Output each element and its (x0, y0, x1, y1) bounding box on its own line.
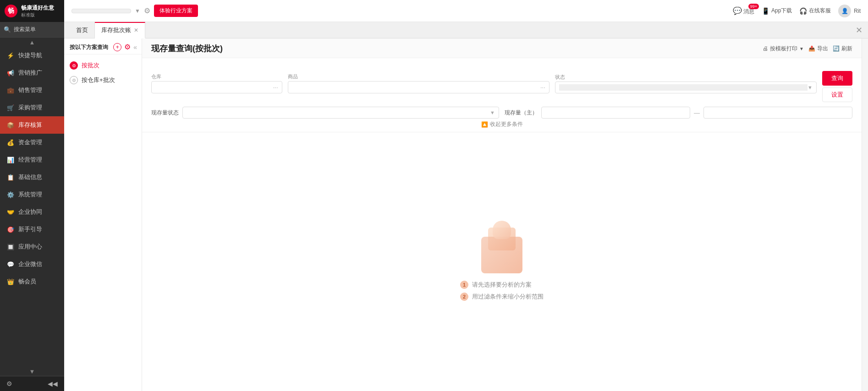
online-service-label: 在线客服 (809, 7, 831, 15)
sidebar-nav: ⚡ 快捷导航 📢 营销推广 💼 销售管理 🛒 采购管理 📦 库存核算 💰 资金管… (0, 47, 64, 367)
sales-icon: 💼 (6, 86, 15, 94)
goods-input[interactable] (292, 84, 540, 91)
app-subtitle: 标准版 (21, 12, 54, 18)
sidebar-item-enterprise[interactable]: 🤝 企业协同 (0, 203, 64, 221)
tabbar: 首页 库存批次账 ✕ ✕ (64, 22, 868, 38)
warehouse-dots[interactable]: ··· (273, 84, 278, 91)
basic-icon: 📋 (6, 173, 15, 181)
print-label: 按模板打印 (770, 45, 797, 53)
app-download-btn[interactable]: 📱 App下载 (762, 7, 792, 15)
topbar-settings-btn[interactable]: ⚙ (144, 6, 150, 15)
page-title-bar: 现存量查询(按批次) 🖨 按模板打印 ▼ 📤 导出 🔄 刷新 (142, 38, 862, 58)
query-btn[interactable]: 查询 (822, 71, 852, 86)
sidebar-item-quick-nav[interactable]: ⚡ 快捷导航 (0, 47, 64, 64)
settings-btn[interactable]: 设置 (822, 87, 852, 102)
stock-qty-from-input[interactable] (545, 109, 686, 116)
empty-hint-1: 1 请先选择要分析的方案 (460, 281, 544, 289)
sidebar-item-basic[interactable]: 📋 基础信息 (0, 168, 64, 186)
stock-qty-to-input[interactable] (708, 109, 848, 116)
left-panel: 按以下方案查询 + ⚙ « ⚙ 按批次 ⚙ 按仓库+批次 (64, 38, 142, 391)
enterprise-icon: 🤝 (6, 208, 15, 216)
newbie-icon: 🎯 (6, 225, 15, 234)
empty-figure (493, 221, 511, 239)
topbar-dropdown-btn[interactable]: ▼ (135, 8, 140, 14)
scroll-up-btn[interactable]: ▲ (0, 38, 64, 47)
status-select[interactable]: 全部在库冻结 (559, 84, 808, 91)
warehouse-input[interactable] (155, 84, 273, 91)
topbar: ▼ ⚙ 体验行业方案 💬 99+ 消息 📱 App下载 🎧 在线客服 👤 (64, 0, 868, 22)
export-label: 导出 (817, 45, 828, 53)
filter-row-1: 仓库···商品···状态全部在库冻结▼查询设置 (151, 65, 852, 102)
stock-qty-label: 现存量（主） (505, 109, 538, 117)
collapse-more-btn[interactable]: 🔼 收起更多条件 (151, 120, 852, 128)
sidebar-item-label: 系统管理 (18, 190, 42, 199)
sidebar-item-purchase[interactable]: 🛒 采购管理 (0, 99, 64, 116)
sidebar: 畅 畅康通好生意 标准版 🔍 搜索菜单 ▲ ⚡ 快捷导航 📢 营销推广 💼 销售… (0, 0, 64, 391)
stock-qty-dash: — (694, 109, 700, 116)
topbar-search-box (71, 9, 131, 13)
sidebar-item-label: 销售管理 (18, 86, 42, 94)
sidebar-item-weixin[interactable]: 💬 企业微信 (0, 255, 64, 273)
export-btn[interactable]: 📤 导出 (808, 45, 828, 53)
tab-close-btn[interactable]: ✕ (134, 27, 138, 33)
sidebar-header: 畅 畅康通好生意 标准版 (0, 0, 64, 22)
settings-gear-icon[interactable]: ⚙ (6, 380, 12, 387)
scroll-down-btn[interactable]: ▼ (0, 367, 64, 376)
sidebar-item-label: 新手引导 (18, 225, 42, 234)
sidebar-item-marketing[interactable]: 📢 营销推广 (0, 64, 64, 81)
refresh-btn[interactable]: 🔄 刷新 (833, 45, 852, 53)
tab-batch-account[interactable]: 库存批次账 ✕ (95, 22, 145, 38)
search-icon: 🔍 (4, 26, 11, 33)
purchase-icon: 🛒 (6, 103, 15, 112)
sidebar-item-member[interactable]: 👑 畅会员 (0, 273, 64, 290)
topbar-left: ▼ ⚙ 体验行业方案 (71, 5, 727, 17)
sidebar-item-system[interactable]: ⚙️ 系统管理 (0, 186, 64, 203)
status-chevron: ▼ (808, 85, 813, 90)
scheme-settings-btn[interactable]: ⚙ (124, 43, 131, 51)
print-btn[interactable]: 🖨 按模板打印 ▼ (763, 45, 804, 53)
tab-home[interactable]: 首页 (70, 22, 95, 38)
scheme-item-batch[interactable]: ⚙ 按批次 (64, 58, 142, 73)
marketing-icon: 📢 (6, 69, 15, 77)
user-menu[interactable]: 👤 Rit (838, 5, 861, 17)
sidebar-item-label: 采购管理 (18, 103, 42, 112)
stock-status-label: 现存量状态 (151, 109, 179, 117)
finance-icon: 💰 (6, 138, 15, 147)
scheme-icon-batch: ⚙ (70, 61, 78, 70)
industry-btn[interactable]: 体验行业方案 (154, 5, 198, 17)
sidebar-item-label: 应用中心 (18, 243, 42, 251)
goods-dots[interactable]: ··· (540, 84, 545, 91)
stock-status-dropdown-icon: ▼ (490, 110, 495, 115)
sidebar-collapse-icon[interactable]: ◀◀ (48, 380, 58, 387)
tab-close-x-btn[interactable]: ✕ (856, 25, 863, 35)
messages-label: 消息 (743, 8, 754, 15)
left-panel-collapse-btn[interactable]: « (133, 44, 137, 50)
sidebar-item-label: 企业协同 (18, 208, 42, 216)
page-title-actions: 🖨 按模板打印 ▼ 📤 导出 🔄 刷新 (763, 45, 852, 53)
sidebar-search[interactable]: 🔍 搜索菜单 (0, 22, 64, 38)
empty-state: 1 请先选择要分析的方案 2 用过滤条件来缩小分析范围 (142, 132, 862, 391)
stock-status-select[interactable]: 全部 (187, 109, 488, 116)
sidebar-item-label: 库存核算 (18, 121, 42, 129)
scheme-label-warehouse-batch: 按仓库+批次 (82, 76, 115, 84)
user-name: Rit (854, 8, 861, 14)
stock-qty-to-wrap[interactable] (703, 107, 852, 119)
sidebar-item-inventory[interactable]: 📦 库存核算 (0, 116, 64, 134)
message-icon: 💬 (733, 7, 742, 15)
sidebar-item-finance[interactable]: 💰 资金管理 (0, 134, 64, 151)
online-service-btn[interactable]: 🎧 在线客服 (799, 7, 831, 15)
sidebar-item-apps[interactable]: 🔲 应用中心 (0, 238, 64, 255)
hint-num-1: 1 (460, 281, 468, 289)
sidebar-item-sales[interactable]: 💼 销售管理 (0, 81, 64, 99)
stock-status-select-wrap[interactable]: 全部 ▼ (182, 107, 499, 119)
sidebar-item-newbie[interactable]: 🎯 新手引导 (0, 221, 64, 238)
scheme-item-warehouse-batch[interactable]: ⚙ 按仓库+批次 (64, 73, 142, 87)
refresh-icon: 🔄 (833, 45, 840, 52)
sidebar-item-operation[interactable]: 📊 经营管理 (0, 151, 64, 168)
hint-num-2: 2 (460, 293, 468, 301)
sidebar-bottom: ⚙ ◀◀ (0, 376, 64, 391)
messages-btn[interactable]: 💬 99+ 消息 (733, 6, 754, 16)
right-scrollbar[interactable] (862, 38, 868, 391)
stock-qty-from-wrap[interactable] (541, 107, 690, 119)
add-scheme-btn[interactable]: + (113, 43, 121, 51)
